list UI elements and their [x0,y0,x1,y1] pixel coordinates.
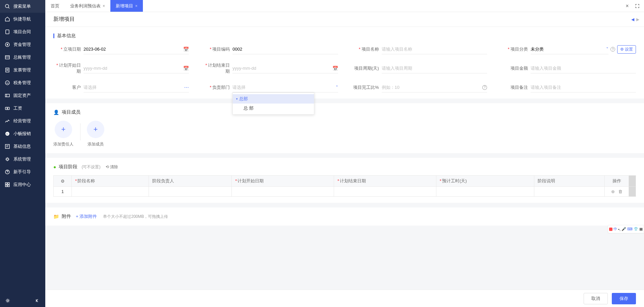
input-create-date[interactable] [84,47,182,52]
sidebar-item-contract[interactable]: 项目合同 [0,25,45,38]
col-stage-desc: 阶段说明 [534,176,605,187]
footer: 取消 保存 [45,290,644,307]
prev-icon[interactable]: ◀ [631,17,634,22]
ime-chip[interactable]: 中 •, 🎤 ⌨ 👕 ▦ [608,225,644,233]
select-dept[interactable] [232,85,334,90]
stages-subtitle: (可不设置) [82,164,100,170]
save-button[interactable]: 保存 [612,293,636,304]
clear-stages-button[interactable]: ⟲ 清除 [106,164,118,170]
sidebar-item-basicinfo[interactable]: 基础信息 [0,140,45,153]
settings-icon[interactable] [5,298,11,304]
add-row-icon[interactable]: ⊕ [611,189,615,194]
col-stage-owner: 阶段负责人 [149,176,232,187]
system-icon [5,157,10,162]
sidebar-item-label: 工资 [13,105,22,111]
col-gear[interactable]: ⚙ [54,176,72,187]
select-customer[interactable] [84,85,183,90]
sidebar-item-salary[interactable]: 工资 [0,102,45,115]
calendar-icon[interactable]: 📅 [332,66,338,71]
col-stage-actions: 操作 [605,176,629,187]
add-member-button[interactable]: + [87,121,104,138]
more-icon[interactable]: ⋯ [184,85,189,90]
row-index: 1 [54,187,72,197]
input-proj-code[interactable] [232,47,338,52]
chevron-up-icon[interactable]: ˄ [336,85,338,90]
tab-home[interactable]: 首页 [45,0,65,12]
chevron-down-icon[interactable]: ˅ [606,47,608,52]
sidebar-item-label: 应用中心 [13,182,31,188]
sidebar-item-funds[interactable]: 资金管理 [0,38,45,51]
sidebar-item-ledger[interactable]: 总账管理 [0,51,45,64]
info-icon [5,144,10,149]
add-attachment-button[interactable]: + 添加附件 [76,213,97,220]
input-remark[interactable] [531,85,636,90]
attachment-hint: 单个大小不超过200MB，可拖拽上传 [103,214,168,220]
sidebar-item-system[interactable]: 系统管理 [0,153,45,166]
calendar-icon[interactable]: 📅 [183,47,189,52]
col-stage-start: 计划开始日期 [232,176,334,187]
svg-text:C: C [6,132,8,135]
search-icon [5,4,10,9]
dropdown-item[interactable]: ▾总部 [233,94,314,104]
dept-dropdown: ▾总部 总 部 [232,93,314,115]
cell-stage-desc[interactable] [534,187,605,197]
col-stage-name: 阶段名称 [72,176,149,187]
sidebar-item-label: 项目合同 [13,29,31,35]
sidebar-item-label: 新手引导 [13,169,31,175]
svg-point-8 [7,108,8,109]
sidebar-item-apps[interactable]: 应用中心 [0,178,45,191]
calendar-icon[interactable]: 📅 [183,66,189,71]
cell-stage-owner[interactable] [149,187,232,197]
close-icon[interactable]: × [103,4,105,8]
sidebar-item-label: 系统管理 [13,156,31,162]
input-complete[interactable] [382,85,481,90]
member-icon: 👤 [53,110,59,115]
label-create-date: 立项日期 [53,46,84,52]
sidebar-item-label: 搜索菜单 [13,3,31,9]
sidebar-item-tax[interactable]: 税务管理 [0,76,45,89]
cell-stage-start[interactable] [232,187,334,197]
cell-actions: ⊕🗑 [605,187,629,197]
collapse-icon[interactable] [35,298,41,304]
section-title-members: 项目成员 [62,109,80,115]
svg-rect-16 [5,185,7,187]
table-scroll-indicator[interactable] [629,187,636,197]
tab-new-project[interactable]: 新增项目× [110,0,143,12]
cancel-button[interactable]: 取消 [584,293,608,304]
delete-row-icon[interactable]: 🗑 [618,189,623,194]
sidebar-item-ops[interactable]: 经营管理 [0,115,45,127]
sidebar-item-asset[interactable]: 固定资产 [0,89,45,102]
close-all-icon[interactable]: × [623,2,631,10]
select-proj-cat[interactable] [531,47,605,52]
label-amount: 项目金额 [500,65,531,71]
close-icon[interactable]: × [135,4,138,8]
input-amount[interactable] [531,66,636,71]
table-row[interactable]: 1 ⊕🗑 [54,187,636,197]
svg-point-12 [6,158,8,160]
sidebar-item-expense[interactable]: C 小畅报销 [0,127,45,140]
settings-button[interactable]: ⚙ 设置 [617,45,636,54]
section-accent [53,34,54,38]
sidebar-item-quicknav[interactable]: 快捷导航 [0,13,45,25]
sidebar-item-label: 发票管理 [13,67,31,73]
input-plan-start[interactable] [84,66,182,71]
cell-stage-name[interactable] [72,187,149,197]
sidebar-item-search[interactable]: 搜索菜单 [0,0,45,13]
dropdown-item[interactable]: 总 部 [233,104,314,113]
sidebar-item-invoice[interactable]: 发票管理 [0,64,45,76]
help-icon[interactable]: ? [610,47,615,52]
input-proj-name[interactable] [382,47,487,52]
help-icon[interactable]: ? [482,85,487,90]
sidebar-item-guide[interactable]: 新手引导 [0,166,45,178]
sidebar: 搜索菜单 快捷导航 项目合同 资金管理 总账管理 发票管理 税务管理 固定资产 [0,0,45,307]
home-icon [5,16,10,22]
cell-stage-end[interactable] [334,187,436,197]
input-plan-end[interactable] [232,66,331,71]
add-owner-button[interactable]: + [55,121,72,138]
cell-stage-hours[interactable] [436,187,534,197]
tab-profit[interactable]: 业务利润预估表× [65,0,110,12]
input-period[interactable] [382,66,487,71]
label-proj-name: 项目名称 [352,46,382,52]
fullscreen-icon[interactable] [633,2,641,10]
add-owner-label: 添加责任人 [53,141,73,147]
